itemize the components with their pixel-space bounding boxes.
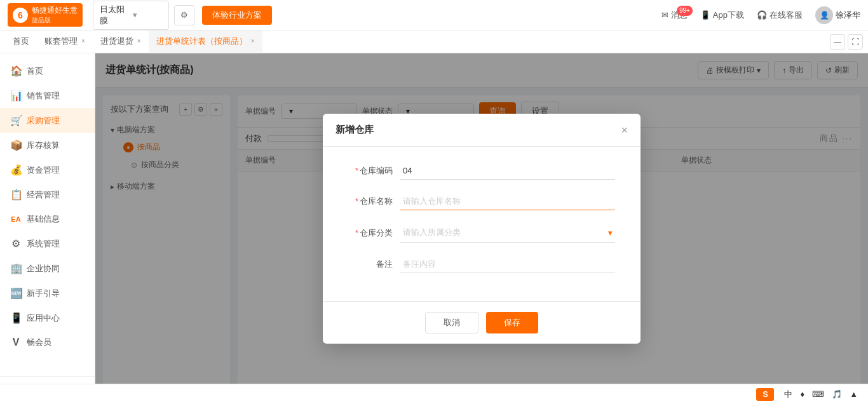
s-logo: S xyxy=(756,388,774,401)
inventory-icon: 📦 xyxy=(10,139,22,151)
tab-bar: 首页 账套管理 × 进货退货 × 进货单统计表（按商品） × — ⛶ xyxy=(0,30,868,53)
sidebar-item-purchase[interactable]: 🛒 采购管理 xyxy=(0,108,95,133)
modal-close-button[interactable]: × xyxy=(621,125,628,136)
accounts-tab-label: 账套管理 xyxy=(44,36,78,47)
sidebar-item-home[interactable]: 🏠 首页 xyxy=(0,58,95,83)
name-label: 仓库名称 xyxy=(348,196,393,207)
modal-body: 仓库编码 仓库名称 仓库分类 请输入所属分类 ▾ xyxy=(323,147,641,301)
code-label: 仓库编码 xyxy=(348,165,393,177)
category-dropdown-arrow: ▾ xyxy=(608,228,613,238)
tab-home[interactable]: 首页 xyxy=(5,30,37,53)
remark-input[interactable] xyxy=(400,255,615,273)
purchase-stats-tab-label: 进货单统计表（按商品） xyxy=(156,36,247,47)
guide-icon: 🆕 xyxy=(10,287,22,299)
headset-icon: 🎧 xyxy=(757,10,767,20)
store-dropdown-arrow: ▾ xyxy=(133,10,162,20)
sidebar-apps-label: 应用中心 xyxy=(27,313,60,324)
bottom-chinese-icon[interactable]: 中 xyxy=(784,389,792,400)
sidebar-purchase-label: 采购管理 xyxy=(27,115,60,126)
system-icon: ⚙ xyxy=(10,238,22,250)
sidebar-enterprise-label: 企业协同 xyxy=(27,263,60,274)
purchase-return-tab-close[interactable]: × xyxy=(137,37,141,44)
sidebar-item-finance[interactable]: 💰 资金管理 xyxy=(0,158,95,182)
form-row-remark: 备注 xyxy=(348,255,615,273)
category-label: 仓库分类 xyxy=(348,227,393,239)
tab-expand-button[interactable]: ⛶ xyxy=(848,34,863,50)
member-icon: V xyxy=(10,337,22,348)
bottom-diamond-icon[interactable]: ♦ xyxy=(800,389,804,399)
sidebar-item-sales[interactable]: 📊 销售管理 xyxy=(0,83,95,108)
content-area: 进货单统计(按商品) 🖨 按模板打印 ▾ ↑ 导出 ↺ 刷新 xyxy=(95,53,868,404)
tab-accounts[interactable]: 账套管理 × xyxy=(37,30,93,53)
sidebar: 🏠 首页 📊 销售管理 🛒 采购管理 📦 库存核算 💰 资金管理 📋 经营管理 … xyxy=(0,53,95,404)
logo-icon: 6 xyxy=(13,8,28,23)
message-icon: ✉ xyxy=(661,10,668,20)
modal-title: 新增仓库 xyxy=(336,124,374,136)
purchase-icon: 🛒 xyxy=(10,114,22,126)
bottom-keyboard-icon[interactable]: ⌨ xyxy=(812,389,824,399)
remark-label: 备注 xyxy=(348,259,393,270)
logo-text: 畅捷通好生意 捷品版 xyxy=(32,6,78,24)
tab-minimize-button[interactable]: — xyxy=(830,34,845,50)
sidebar-item-system[interactable]: ⚙ 系统管理 xyxy=(0,231,95,256)
form-row-code: 仓库编码 xyxy=(348,162,615,180)
finance-icon: 💰 xyxy=(10,164,22,176)
basic-icon: EA xyxy=(10,215,22,223)
sidebar-home-label: 首页 xyxy=(27,65,43,77)
save-button[interactable]: 保存 xyxy=(486,312,538,333)
store-selector[interactable]: 日太阳膜 ▾ xyxy=(93,1,169,30)
user-avatar-area[interactable]: 👤 徐泽华 xyxy=(815,6,860,24)
avatar: 👤 xyxy=(815,6,833,24)
sidebar-basic-label: 基础信息 xyxy=(27,213,60,225)
modal-header: 新增仓库 × xyxy=(323,114,641,147)
purchase-stats-tab-close[interactable]: × xyxy=(251,37,255,44)
avatar-icon: 👤 xyxy=(820,11,829,20)
sales-icon: 📊 xyxy=(10,90,22,102)
warehouse-name-input[interactable] xyxy=(400,192,615,210)
purchase-return-tab-label: 进货退货 xyxy=(100,36,133,47)
online-service-button[interactable]: 🎧 在线客服 xyxy=(757,10,803,21)
trial-button[interactable]: 体验行业方案 xyxy=(202,6,272,25)
mobile-icon: 📱 xyxy=(700,10,710,20)
accounts-tab-close[interactable]: × xyxy=(81,37,85,44)
message-badge: 99+ xyxy=(677,6,693,16)
app-download-button[interactable]: 📱 App下载 xyxy=(700,10,744,21)
sidebar-system-label: 系统管理 xyxy=(27,238,60,250)
tab-purchase-stats[interactable]: 进货单统计表（按商品） × xyxy=(149,30,262,53)
header-right: ✉ 消息 99+ 📱 App下载 🎧 在线客服 👤 徐泽华 xyxy=(661,6,860,24)
tab-purchase-return[interactable]: 进货退货 × xyxy=(93,30,149,53)
category-placeholder: 请输入所属分类 xyxy=(403,227,608,238)
home-icon: 🏠 xyxy=(10,65,22,77)
bottom-bar: S 中 ♦ ⌨ 🎵 ▲ xyxy=(0,384,868,404)
form-row-name: 仓库名称 xyxy=(348,192,615,210)
sidebar-item-operation[interactable]: 📋 经营管理 xyxy=(0,182,95,207)
tab-actions: — ⛶ xyxy=(830,34,863,50)
sidebar-item-enterprise[interactable]: 🏢 企业协同 xyxy=(0,256,95,281)
main-layout: 🏠 首页 📊 销售管理 🛒 采购管理 📦 库存核算 💰 资金管理 📋 经营管理 … xyxy=(0,53,868,404)
warehouse-code-input[interactable] xyxy=(400,162,615,180)
apps-icon: 📱 xyxy=(10,312,22,324)
settings-button[interactable]: ⚙ xyxy=(174,5,194,25)
sidebar-item-guide[interactable]: 🆕 新手引导 xyxy=(0,281,95,306)
sidebar-item-inventory[interactable]: 📦 库存核算 xyxy=(0,133,95,158)
enterprise-icon: 🏢 xyxy=(10,262,22,274)
sidebar-inventory-label: 库存核算 xyxy=(27,140,60,151)
cancel-button[interactable]: 取消 xyxy=(425,312,478,333)
home-tab-label: 首页 xyxy=(13,36,29,47)
bottom-speaker-icon[interactable]: 🎵 xyxy=(832,389,842,399)
sidebar-item-basic[interactable]: EA 基础信息 xyxy=(0,207,95,231)
sidebar-sales-label: 销售管理 xyxy=(27,90,60,102)
category-select[interactable]: 请输入所属分类 ▾ xyxy=(400,223,615,243)
bottom-icons: S 中 ♦ ⌨ 🎵 ▲ xyxy=(756,388,858,401)
sidebar-item-apps[interactable]: 📱 应用中心 xyxy=(0,306,95,330)
sidebar-finance-label: 资金管理 xyxy=(27,165,60,176)
bottom-chevron-icon[interactable]: ▲ xyxy=(850,389,858,399)
operation-icon: 📋 xyxy=(10,189,22,201)
logo-area: 6 畅捷通好生意 捷品版 xyxy=(8,3,83,27)
sidebar-item-member[interactable]: V 畅会员 xyxy=(0,330,95,354)
modal-footer: 取消 保存 xyxy=(323,301,641,344)
messages-button[interactable]: ✉ 消息 99+ xyxy=(661,10,688,21)
top-header: 6 畅捷通好生意 捷品版 日太阳膜 ▾ ⚙ 体验行业方案 ✉ 消息 99+ 📱 … xyxy=(0,0,868,30)
form-row-category: 仓库分类 请输入所属分类 ▾ xyxy=(348,223,615,243)
sidebar-member-label: 畅会员 xyxy=(27,337,51,348)
